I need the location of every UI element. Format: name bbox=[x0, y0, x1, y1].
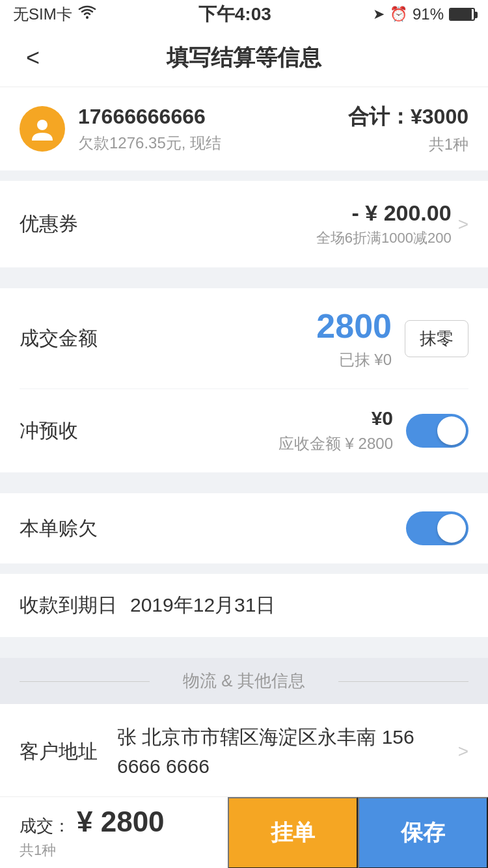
coupon-value: - ¥ 200.00 全场6折满1000减200 bbox=[316, 200, 452, 248]
due-date-row: 收款到期日 2019年12月31日 bbox=[0, 574, 488, 637]
coupon-label: 优惠券 bbox=[20, 211, 78, 237]
prepay-amount: ¥0 bbox=[278, 407, 393, 429]
status-time: 下午4:03 bbox=[198, 2, 271, 27]
prepay-right: ¥0 应收金额 ¥ 2800 bbox=[278, 407, 468, 454]
svg-point-0 bbox=[86, 16, 88, 19]
bottom-info: 成交： ¥ 2800 共1种 bbox=[0, 806, 228, 860]
logistics-label-text: 物流 & 其他信息 bbox=[183, 671, 305, 690]
deferred-label: 本单赊欠 bbox=[20, 515, 98, 542]
due-date-value: 2019年12月31日 bbox=[130, 592, 275, 619]
prepay-row: 冲预收 ¥0 应收金额 ¥ 2800 bbox=[20, 389, 468, 472]
coupon-right: - ¥ 200.00 全场6折满1000减200 > bbox=[316, 200, 468, 248]
bottom-count: 共1种 bbox=[20, 841, 208, 860]
user-debt: 欠款1276.35元, 现结 bbox=[78, 133, 221, 154]
due-date-label: 收款到期日 bbox=[20, 592, 117, 619]
avatar bbox=[20, 106, 65, 152]
coupon-desc: 全场6折满1000减200 bbox=[316, 228, 452, 248]
total-count: 共1种 bbox=[348, 134, 468, 155]
back-button[interactable]: < bbox=[20, 38, 46, 78]
deferred-section: 本单赊欠 bbox=[0, 493, 488, 563]
coupon-row[interactable]: 优惠券 - ¥ 200.00 全场6折满1000减200 > bbox=[0, 181, 488, 267]
amount-value: 2800 bbox=[316, 306, 392, 346]
user-card: 17666666666 欠款1276.35元, 现结 合计：¥3000 共1种 bbox=[0, 87, 488, 170]
prepay-toggle[interactable] bbox=[406, 414, 468, 448]
logistics-section-label: 物流 & 其他信息 bbox=[0, 658, 488, 704]
sim-status: 无SIM卡 bbox=[13, 4, 72, 25]
section-separator bbox=[0, 278, 488, 288]
battery-fill bbox=[450, 9, 472, 20]
status-right: ➤ ⏰ 91% bbox=[373, 5, 475, 23]
section-separator-2 bbox=[0, 483, 488, 493]
deferred-toggle[interactable] bbox=[406, 511, 468, 545]
status-bar: 无SIM卡 下午4:03 ➤ ⏰ 91% bbox=[0, 0, 488, 29]
content: 17666666666 欠款1276.35元, 现结 合计：¥3000 共1种 … bbox=[0, 87, 488, 868]
header: < 填写结算等信息 bbox=[0, 29, 488, 87]
already-rounded: 已抹 ¥0 bbox=[316, 349, 392, 370]
toggle-knob bbox=[437, 416, 466, 445]
transaction-amount-label: 成交金额 bbox=[20, 325, 98, 352]
wifi-icon bbox=[77, 5, 97, 23]
address-chevron-icon: > bbox=[458, 741, 468, 762]
user-left: 17666666666 欠款1276.35元, 现结 bbox=[20, 105, 221, 154]
bottom-transaction-amount: ¥ 2800 bbox=[77, 806, 165, 838]
battery-percent: 91% bbox=[413, 5, 444, 23]
status-left: 无SIM卡 bbox=[13, 4, 97, 25]
location-icon: ➤ bbox=[373, 6, 385, 23]
prepay-amount-wrap: ¥0 应收金额 ¥ 2800 bbox=[278, 407, 393, 454]
total-amount: 合计：¥3000 bbox=[348, 103, 468, 131]
user-info: 17666666666 欠款1276.35元, 现结 bbox=[78, 105, 221, 154]
section-separator-3 bbox=[0, 647, 488, 658]
alarm-icon: ⏰ bbox=[390, 6, 407, 23]
bottom-bar: 成交： ¥ 2800 共1种 挂单 保存 bbox=[0, 796, 488, 868]
amount-value-wrap: 2800 已抹 ¥0 bbox=[316, 306, 392, 370]
deferred-toggle-knob bbox=[437, 514, 466, 543]
svg-point-1 bbox=[37, 120, 47, 130]
amount-section: 成交金额 2800 已抹 ¥0 抹零 冲预收 ¥0 应收金额 ¥ 2800 bbox=[0, 288, 488, 472]
address-label: 客户地址 bbox=[20, 739, 98, 765]
page-title: 填写结算等信息 bbox=[167, 43, 321, 73]
coupon-amount: - ¥ 200.00 bbox=[316, 200, 452, 226]
battery-icon bbox=[449, 8, 475, 21]
address-content: 张 北京市市辖区海淀区永丰南 156 6666 6666 bbox=[117, 722, 458, 781]
user-phone: 17666666666 bbox=[78, 105, 221, 129]
transaction-amount-row: 成交金额 2800 已抹 ¥0 抹零 bbox=[20, 288, 468, 389]
address-row[interactable]: 客户地址 张 北京市市辖区海淀区永丰南 156 6666 6666 > bbox=[0, 704, 488, 799]
round-off-button[interactable]: 抹零 bbox=[405, 320, 468, 357]
coupon-chevron-icon: > bbox=[458, 214, 468, 235]
user-total: 合计：¥3000 共1种 bbox=[348, 103, 468, 155]
save-button[interactable]: 保存 bbox=[358, 797, 488, 869]
prepay-label: 冲预收 bbox=[20, 418, 78, 444]
bottom-transaction-label: 成交： bbox=[20, 815, 70, 837]
receivable-amount: 应收金额 ¥ 2800 bbox=[278, 433, 393, 454]
amount-right: 2800 已抹 ¥0 抹零 bbox=[316, 306, 468, 370]
bottom-transaction: 成交： ¥ 2800 bbox=[20, 806, 208, 838]
hold-order-button[interactable]: 挂单 bbox=[228, 797, 358, 869]
